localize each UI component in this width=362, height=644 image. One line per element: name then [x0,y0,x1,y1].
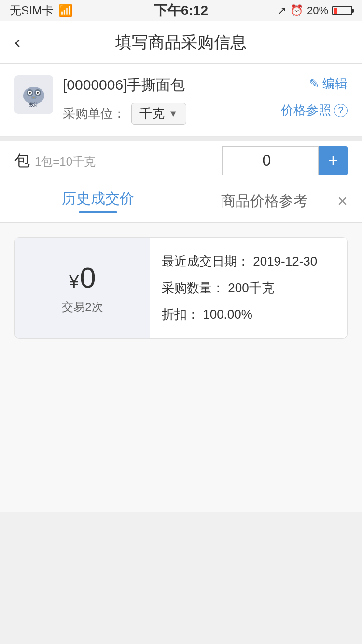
tab-bar: 历史成交价 商品价格参考 × [0,180,362,223]
quantity-input-row: + [222,146,348,175]
discount-label: 折扣： [162,307,199,322]
help-icon: ? [334,104,348,117]
recent-date-line: 最近成交日期： 2019-12-30 [162,252,335,271]
purchase-qty-value: 200千克 [228,280,274,295]
back-button[interactable]: ‹ [10,28,25,57]
tab-close-button[interactable]: × [333,186,352,216]
product-card: 数计 [0000006]手撕面包 采购单位： 千克 ▼ ✎ 编辑 [0,64,362,137]
dropdown-arrow-icon: ▼ [168,108,178,119]
quantity-unit: 包 [14,150,30,171]
quantity-plus-button[interactable]: + [319,146,348,175]
tab-price-reference[interactable]: 商品价格参考 [181,180,348,222]
quantity-row: 包 1包=10千克 + [0,141,362,180]
svg-point-6 [37,92,39,94]
price-ref-label: 价格参照 [281,102,331,119]
main-content: ¥ 0 交易2次 最近成交日期： 2019-12-30 采购数量： 200千克 [0,223,362,512]
quantity-convert: 1包=10千克 [35,154,96,169]
trade-count: 交易2次 [62,299,103,315]
edit-button[interactable]: ✎ 编辑 [309,75,348,92]
recent-date-value: 2019-12-30 [253,254,317,268]
price-amount: 0 [80,261,96,294]
svg-point-5 [29,92,31,94]
status-left: 无SIM卡 📶 [10,3,73,18]
price-card-right: 最近成交日期： 2019-12-30 采购数量： 200千克 折扣： 100.0… [150,238,347,338]
svg-text:数计: 数计 [29,102,39,107]
nav-bar: ‹ 填写商品采购信息 [0,21,362,64]
tab-price-ref-label: 商品价格参考 [221,191,308,211]
page-title: 填写商品采购信息 [115,31,247,54]
edit-label: 编辑 [322,75,348,92]
unit-value: 千克 [139,105,165,122]
alarm-icon: ⏰ [290,4,303,17]
purchase-qty-line: 采购数量： 200千克 [162,279,335,297]
currency-symbol: ¥ [69,272,79,292]
product-logo-icon: 数计 [19,80,48,109]
product-unit-row: 采购单位： 千克 ▼ [63,103,186,125]
price-reference-button[interactable]: 价格参照 ? [281,102,348,119]
battery-icon [332,6,352,15]
location-icon: ↗ [278,4,286,17]
wifi-icon: 📶 [58,4,73,17]
unit-selector[interactable]: 千克 ▼ [131,103,186,125]
tab-active-indicator [79,211,117,213]
unit-label: 采购单位： [63,105,125,122]
battery-fill [334,8,337,14]
status-bar: 无SIM卡 📶 下午6:12 ↗ ⏰ 20% [0,0,362,21]
price-card-wrapper: ¥ 0 交易2次 最近成交日期： 2019-12-30 采购数量： 200千克 [0,223,362,353]
quantity-label: 包 1包=10千克 [14,150,96,171]
status-time: 下午6:12 [154,1,208,20]
discount-value: 100.00% [203,307,252,322]
carrier-text: 无SIM卡 [10,3,54,18]
tab-history-price[interactable]: 历史成交价 [14,180,181,222]
discount-line: 折扣： 100.00% [162,305,335,324]
product-name: [0000006]手撕面包 [63,75,186,95]
product-right-actions: ✎ 编辑 价格参照 ? [281,75,348,119]
product-info: [0000006]手撕面包 采购单位： 千克 ▼ [63,75,186,125]
price-card: ¥ 0 交易2次 最近成交日期： 2019-12-30 采购数量： 200千克 [14,237,348,339]
price-card-left: ¥ 0 交易2次 [15,238,150,338]
tab-section: 历史成交价 商品价格参考 × ¥ 0 交易2次 最近成交日期： [0,180,362,512]
product-thumbnail: 数计 [14,75,53,114]
edit-icon: ✎ [309,76,320,91]
price-value-display: ¥ 0 [69,261,96,294]
recent-date-label: 最近成交日期： [162,254,250,268]
purchase-qty-label: 采购数量： [162,280,224,295]
product-left: 数计 [0000006]手撕面包 采购单位： 千克 ▼ [14,75,186,125]
quantity-input[interactable] [222,146,319,175]
product-header: 数计 [0000006]手撕面包 采购单位： 千克 ▼ ✎ 编辑 [14,75,348,125]
section-divider [0,137,362,141]
tab-history-label: 历史成交价 [62,189,134,209]
battery-pct: 20% [307,4,328,17]
status-right: ↗ ⏰ 20% [278,4,352,17]
